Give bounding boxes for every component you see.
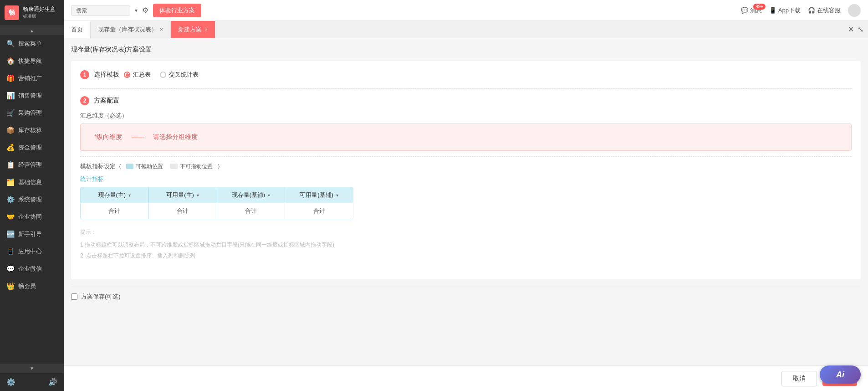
sidebar-scroll-down[interactable]: ▼ (0, 364, 64, 373)
cancel-button[interactable]: 取消 (781, 371, 817, 386)
dimension-label: 汇总维度（必选） (80, 112, 852, 120)
step2-title: 方案配置 (94, 97, 119, 105)
stats-col-label: 可用量(主) (166, 191, 194, 199)
tab-close-inventory-status[interactable]: × (160, 26, 163, 33)
sidebar-label-system: 系统管理 (18, 196, 42, 204)
tab-new-plan[interactable]: 新建方案× (171, 21, 215, 38)
radio-cross[interactable]: 交叉统计表 (160, 71, 199, 79)
sound-icon[interactable]: 🔊 (48, 378, 57, 386)
dimension-required-area[interactable]: *纵向维度 —— 请选择分组维度 (80, 123, 852, 151)
dimension-required-text: *纵向维度 (94, 133, 122, 141)
sidebar-item-purchase[interactable]: 🛒 采购管理 (0, 104, 64, 122)
close-panel-icon[interactable]: ✕ (848, 25, 854, 34)
page-title: 现存量(库存状况表)方案设置 (71, 46, 861, 54)
sidebar-item-guide[interactable]: 🆕 新手引导 (0, 226, 64, 243)
app-label: App下载 (778, 6, 801, 15)
sidebar-item-inventory[interactable]: 📦 库存核算 (0, 122, 64, 139)
sidebar-item-search-menu[interactable]: 🔍 搜索菜单 (0, 35, 64, 52)
phone-icon: 📱 (769, 7, 776, 14)
logo-text-block: 畅康通好生意 标准版 (23, 6, 56, 20)
radio-summary-circle (124, 72, 130, 78)
stats-body-cell: 合计 (149, 203, 217, 219)
tab-close-new-plan[interactable]: × (204, 26, 208, 33)
sidebar-item-system[interactable]: ⚙️ 系统管理 (0, 191, 64, 208)
industry-btn[interactable]: 体验行业方案 (153, 4, 201, 17)
dimension-block: 汇总维度（必选） *纵向维度 —— 请选择分组维度 (80, 112, 852, 151)
sidebar-icon-contract: 🤝 (6, 213, 15, 221)
dropdown-icon[interactable]: ▾ (135, 7, 138, 14)
save-checkbox[interactable] (71, 293, 77, 300)
sidebar-icon-system: ⚙️ (6, 196, 15, 204)
sidebar-item-member[interactable]: 👑 畅会员 (0, 278, 64, 295)
topbar-right: 💬 消息 99+ 📱 App下载 🎧 在线客服 (741, 4, 861, 17)
sidebar-label-guide: 新手引导 (18, 230, 42, 238)
tab-label-home: 首页 (71, 26, 83, 34)
app-download-btn[interactable]: 📱 App下载 (769, 6, 801, 15)
stats-body-cell: 合计 (217, 203, 286, 219)
sidebar-label-base-info: 基础信息 (18, 178, 42, 186)
tab-home[interactable]: 首页 (64, 21, 91, 38)
sidebar-item-sales[interactable]: 📊 销售管理 (0, 87, 64, 104)
stats-col-label: 现存量(主) (98, 191, 126, 199)
stats-header-cell[interactable]: 可用量(主)▾ (149, 187, 217, 203)
stats-header-cell[interactable]: 现存量(基辅)▾ (217, 187, 286, 203)
legend-draggable-box (126, 164, 133, 169)
sidebar-label-search-menu: 搜索菜单 (18, 40, 42, 48)
legend-fixed-label: 不可拖动位置 (180, 163, 213, 170)
sidebar-item-base-info[interactable]: 🗂️ 基础信息 (0, 174, 64, 191)
save-label: 方案保存(可选) (81, 293, 121, 301)
stats-table: 现存量(主)▾可用量(主)▾现存量(基辅)▾可用量(基辅)▾ 合计合计合计合计 (80, 187, 353, 219)
ai-float-button[interactable]: Ai (820, 365, 861, 384)
step1-badge: 1 (80, 70, 89, 79)
sidebar-icon-finance: 💰 (6, 144, 15, 152)
main-card: 1 选择模板 汇总表 交叉统计表 (71, 61, 861, 279)
sidebar-item-operations[interactable]: 📋 经营管理 (0, 156, 64, 174)
step2-header: 2 方案配置 (80, 96, 852, 105)
expand-icon[interactable]: ⤡ (858, 25, 863, 34)
sidebar-item-finance[interactable]: 💰 资金管理 (0, 139, 64, 156)
tab-label-new-plan: 新建方案 (178, 26, 202, 34)
sidebar-item-quick-nav[interactable]: 🏠 快捷导航 (0, 52, 64, 70)
sidebar-label-app-center: 应用中心 (18, 247, 42, 256)
sidebar-icon-guide: 🆕 (6, 230, 15, 238)
settings-icon[interactable]: ⚙️ (6, 378, 15, 386)
stats-body-cell: 合计 (285, 203, 353, 219)
service-label: 在线客服 (817, 6, 841, 15)
tab-label-inventory-status: 现存量（库存状况表） (98, 26, 157, 34)
tabbar: 首页现存量（库存状况表）×新建方案× ✕ ⤡ (64, 21, 868, 38)
logo-icon: 畅 (5, 5, 19, 20)
sidebar-icon-marketing: 🎁 (6, 74, 15, 82)
indicator-label: 模板指标设定（ 可拖动位置 不可拖动位置 ） (80, 162, 852, 170)
sidebar-item-contract[interactable]: 🤝 企业协同 (0, 208, 64, 226)
sidebar-nav: 🔍 搜索菜单 🏠 快捷导航 🎁 营销推广 📊 销售管理 🛒 采购管理 📦 库存核… (0, 35, 64, 364)
sidebar-label-marketing: 营销推广 (18, 74, 42, 82)
online-service-btn[interactable]: 🎧 在线客服 (808, 6, 841, 15)
sidebar-scroll-up[interactable]: ▲ (0, 26, 64, 35)
headset-icon: 🎧 (808, 7, 815, 14)
search-input[interactable] (71, 5, 130, 16)
legend-draggable: 可拖动位置 (126, 163, 163, 170)
stats-header-row: 现存量(主)▾可用量(主)▾现存量(基辅)▾可用量(基辅)▾ (81, 187, 353, 203)
stats-label: 统计指标 (80, 175, 852, 183)
indicator-legend: 可拖动位置 不可拖动位置 (126, 163, 213, 170)
tip2: 2. 点击标题栏下拉可设置排序、插入列和删除列 (80, 250, 852, 261)
step2-section: 2 方案配置 汇总维度（必选） *纵向维度 —— 请选择分组维度 (80, 96, 852, 261)
save-row: 方案保存(可选) (71, 287, 861, 306)
gear-icon[interactable]: ⚙ (142, 6, 148, 15)
indicator-label-text: 模板指标设定（ (80, 162, 122, 170)
stats-header-cell[interactable]: 现存量(主)▾ (81, 187, 149, 203)
radio-summary-dot (126, 73, 129, 77)
sidebar-item-wechat[interactable]: 💬 企业微信 (0, 260, 64, 278)
chevron-down-icon: ▾ (197, 193, 199, 198)
sidebar: 畅 畅康通好生意 标准版 ▲ 🔍 搜索菜单 🏠 快捷导航 🎁 营销推广 📊 销售… (0, 0, 64, 391)
tab-inventory-status[interactable]: 现存量（库存状况表）× (91, 21, 171, 38)
stats-header-cell[interactable]: 可用量(基辅)▾ (285, 187, 353, 203)
legend-fixed: 不可拖动位置 (170, 163, 213, 170)
sidebar-item-marketing[interactable]: 🎁 营销推广 (0, 70, 64, 87)
messages-btn[interactable]: 💬 消息 99+ (741, 6, 762, 15)
user-avatar[interactable] (848, 4, 861, 17)
chevron-down-icon: ▾ (336, 193, 338, 198)
sidebar-item-app-center[interactable]: 📱 应用中心 (0, 243, 64, 260)
dimension-placeholder: 请选择分组维度 (153, 133, 198, 141)
radio-summary[interactable]: 汇总表 (124, 71, 151, 79)
